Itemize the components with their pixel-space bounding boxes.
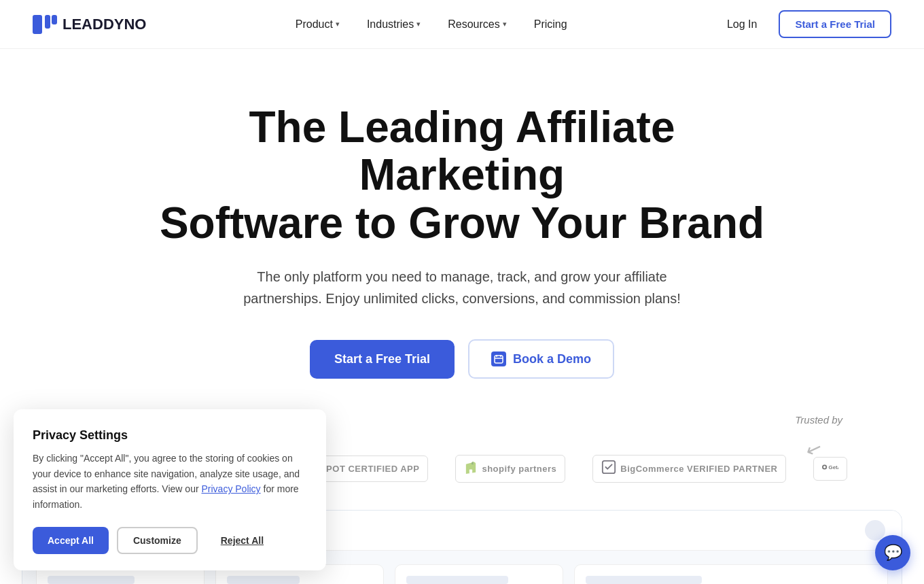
svg-rect-13 [469, 470, 472, 474]
customize-button[interactable]: Customize [117, 527, 198, 554]
login-button[interactable]: Log In [716, 13, 768, 36]
navbar: LEADDYNO Product ▾ Industries ▾ Resource… [0, 0, 924, 49]
chat-button[interactable]: 💬 [875, 535, 910, 570]
hero-buttons: Start a Free Trial Book a Demo [152, 339, 772, 379]
svg-text:GetApp: GetApp [829, 464, 838, 470]
reject-all-button[interactable]: Reject All [206, 527, 279, 554]
chevron-down-icon: ▾ [336, 20, 340, 29]
shopify-icon [464, 460, 478, 478]
partner-shopify: shopify partners [455, 455, 565, 483]
hero-section: The Leading Affiliate Marketing Software… [136, 49, 788, 455]
start-trial-button[interactable]: Start a Free Trial [310, 340, 455, 379]
nav-right: Log In Start a Free Trial [716, 10, 891, 38]
svg-rect-1 [45, 15, 50, 29]
nav-industries[interactable]: Industries ▾ [356, 13, 431, 36]
svg-point-16 [823, 466, 826, 468]
cookie-banner: Privacy Settings By clicking "Accept All… [14, 409, 326, 570]
bigcommerce-icon [601, 460, 616, 478]
trusted-label: Trusted by [795, 414, 842, 426]
logo-text: LEADDYNO [63, 16, 146, 33]
cookie-title: Privacy Settings [33, 428, 307, 443]
svg-rect-3 [495, 356, 503, 363]
calendar-icon [491, 351, 506, 366]
accept-all-button[interactable]: Accept All [33, 527, 109, 554]
chevron-down-icon: ▾ [416, 20, 421, 29]
chevron-down-icon: ▾ [503, 20, 507, 29]
cookie-buttons: Accept All Customize Reject All [33, 527, 307, 554]
nav-product[interactable]: Product ▾ [285, 13, 351, 36]
svg-rect-2 [52, 15, 57, 24]
shopify-label: shopify partners [482, 464, 556, 474]
chat-icon: 💬 [884, 544, 902, 562]
logo-icon [33, 15, 57, 34]
partner-getapp: GetApp [813, 457, 847, 481]
partner-bigcommerce: BigCommerce VERIFIED PARTNER [592, 455, 786, 483]
bigcommerce-label: BigCommerce VERIFIED PARTNER [620, 464, 777, 474]
privacy-policy-link[interactable]: Privacy Policy [201, 483, 260, 494]
nav-pricing[interactable]: Pricing [523, 13, 578, 36]
hero-subtitle: The only platform you need to manage, tr… [231, 266, 693, 309]
nav-links: Product ▾ Industries ▾ Resources ▾ Prici… [285, 13, 578, 36]
trial-button-nav[interactable]: Start a Free Trial [779, 10, 891, 38]
svg-rect-0 [33, 15, 42, 34]
getapp-icon: GetApp [822, 462, 838, 476]
hero-title: The Leading Affiliate Marketing Software… [152, 103, 772, 247]
nav-resources[interactable]: Resources ▾ [437, 13, 517, 36]
cookie-text: By clicking "Accept All", you agree to t… [33, 451, 307, 512]
logo[interactable]: LEADDYNO [33, 15, 146, 34]
book-demo-button[interactable]: Book a Demo [468, 339, 614, 379]
